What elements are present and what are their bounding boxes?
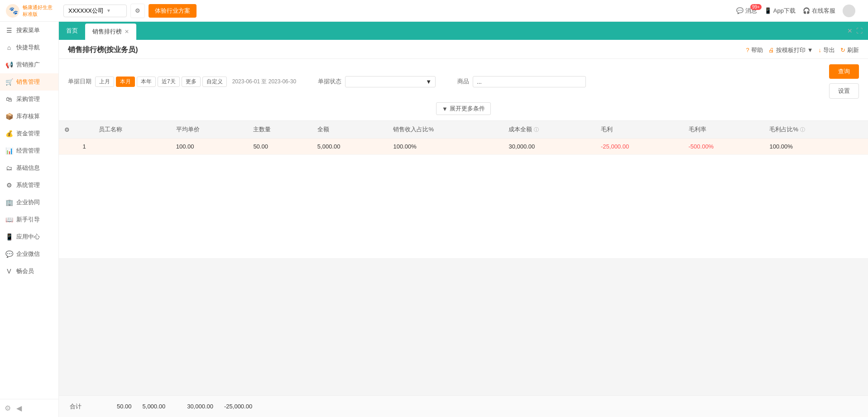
col-avg-price: 平均单价 xyxy=(171,121,248,139)
status-select[interactable]: ▼ xyxy=(345,76,436,87)
tab-close-icon[interactable]: ✕ xyxy=(125,29,129,35)
message-button[interactable]: 💬 消息 99+ xyxy=(736,7,757,15)
sidebar-icon-purchase-mgmt: 🛍 xyxy=(5,96,13,103)
row-rank: 1 xyxy=(75,139,93,155)
table-body: 1 100.00 50.00 5,000.00 100.00% 30,000.0… xyxy=(59,139,868,155)
sidebar-bottom: ⚙ ◀ xyxy=(0,399,58,417)
tab-sales-ranking[interactable]: 销售排行榜 ✕ xyxy=(85,24,136,40)
page-header: 销售排行榜(按业务员) ? 帮助 🖨 按模板打印 ▼ ↓ 导出 xyxy=(59,40,868,59)
status-filter: 单据状态 ▼ xyxy=(318,76,436,87)
sidebar-icon-finance: 💰 xyxy=(5,130,13,137)
sidebar-item-quick-nav[interactable]: ⌂ 快捷导航 xyxy=(0,39,58,56)
message-badge: 99+ xyxy=(750,4,762,10)
footer-amount: 5,000.00 xyxy=(137,400,171,412)
tab-home[interactable]: 首页 xyxy=(59,22,85,40)
query-button[interactable]: 查询 xyxy=(829,64,859,79)
table-container: ⚙ 员工名称 平均单价 主数量 全额 销售收入占比% 成本全额 ⓘ 毛利 毛利率 xyxy=(59,121,868,258)
trial-button[interactable]: 体验行业方案 xyxy=(149,4,197,18)
date-filter: 单据日期 上月 本月 本年 近7天 更多 自定义 2023-06-01 至 20… xyxy=(68,77,296,87)
row-cost: 30,000.00 xyxy=(503,139,595,155)
cost-help-icon[interactable]: ⓘ xyxy=(534,127,539,132)
footer-sales-pct xyxy=(171,404,182,409)
date-btn-more[interactable]: 更多 xyxy=(182,77,201,87)
sidebar-item-search-orders[interactable]: ☰ 搜索菜单 xyxy=(0,22,58,39)
sidebar-item-system-mgmt[interactable]: ⚙ 系统管理 xyxy=(0,177,58,194)
window-close-icon[interactable]: ✕ xyxy=(847,27,853,34)
footer-label: 合计 xyxy=(64,403,101,411)
sidebar-item-operations[interactable]: 📊 经营管理 xyxy=(0,142,58,159)
avatar[interactable] xyxy=(843,5,855,17)
sidebar-label-inventory: 库存核算 xyxy=(16,112,40,120)
sidebar-item-purchase-mgmt[interactable]: 🛍 采购管理 xyxy=(0,91,58,108)
tab-bar: 首页 销售排行榜 ✕ ✕ ⛶ xyxy=(59,22,868,40)
company-selector[interactable]: XXXXXX公司 ▼ xyxy=(63,5,127,17)
expand-icon: ▼ xyxy=(442,105,448,112)
sidebar-label-basic-info: 基础信息 xyxy=(16,164,40,172)
sidebar-item-wechat[interactable]: 💬 企业微信 xyxy=(0,245,58,263)
col-profit: 毛利 xyxy=(595,121,683,139)
goods-more-icon: ... xyxy=(477,78,482,85)
table-settings-button[interactable]: 设置 xyxy=(829,83,859,99)
message-icon: 💬 xyxy=(736,7,743,14)
col-sales-pct: 销售收入占比% xyxy=(388,121,503,139)
online-service-button[interactable]: 🎧 在线客服 xyxy=(803,7,835,15)
goods-select[interactable]: ... xyxy=(473,76,586,87)
date-btn-this-month[interactable]: 本月 xyxy=(116,77,135,87)
date-btn-custom[interactable]: 自定义 xyxy=(202,77,227,87)
profit-pct-help-icon[interactable]: ⓘ xyxy=(800,127,805,132)
print-button[interactable]: 🖨 按模板打印 ▼ xyxy=(768,46,813,54)
sidebar-icon-marketing: 📢 xyxy=(5,61,13,68)
page-title: 销售排行榜(按业务员) xyxy=(68,45,138,55)
sidebar-collapse-icon[interactable]: ◀ xyxy=(16,404,22,412)
sidebar-item-inventory[interactable]: 📦 库存核算 xyxy=(0,108,58,125)
sidebar-settings-icon[interactable]: ⚙ xyxy=(5,404,11,412)
sidebar-label-system-mgmt: 系统管理 xyxy=(16,181,40,189)
sidebar-icon-wechat: 💬 xyxy=(5,250,13,258)
top-right-area: 💬 消息 99+ 📱 App下载 🎧 在线客服 xyxy=(736,5,863,17)
sidebar-label-search-orders: 搜索菜单 xyxy=(16,26,40,34)
app-download-button[interactable]: 📱 App下载 xyxy=(764,7,796,15)
filter-area: 单据日期 上月 本月 本年 近7天 更多 自定义 2023-06-01 至 20… xyxy=(59,59,868,121)
row-profit-rate: -500.00% xyxy=(683,139,764,155)
col-profit-rate: 毛利率 xyxy=(683,121,764,139)
col-name: 员工名称 xyxy=(93,121,171,139)
goods-label: 商品 xyxy=(457,77,469,86)
window-maximize-icon[interactable]: ⛶ xyxy=(856,27,863,34)
date-btn-last-month[interactable]: 上月 xyxy=(95,77,114,87)
sidebar-icon-quick-nav: ⌂ xyxy=(5,44,13,51)
logo: 🐾 畅康通好生意 标准版 xyxy=(5,4,60,18)
row-name xyxy=(93,139,171,155)
row-profit-pct: 100.00% xyxy=(764,139,868,155)
sidebar-icon-enterprise: 🏢 xyxy=(5,199,13,206)
chevron-down-icon: ▼ xyxy=(106,8,111,13)
sidebar-item-basic-info[interactable]: 🗂 基础信息 xyxy=(0,159,58,177)
date-label: 单据日期 xyxy=(68,77,91,86)
col-cost: 成本全额 ⓘ xyxy=(503,121,595,139)
col-settings[interactable]: ⚙ xyxy=(59,121,75,139)
expand-conditions-button[interactable]: ▼ 展开更多条件 xyxy=(436,102,491,115)
sidebar-item-enterprise[interactable]: 🏢 企业协同 xyxy=(0,194,58,211)
sidebar-icon-beginner: 📖 xyxy=(5,216,13,223)
row-amount: 5,000.00 xyxy=(312,139,388,155)
sidebar-label-purchase-mgmt: 采购管理 xyxy=(16,95,40,103)
refresh-button[interactable]: ↻ 刷新 xyxy=(840,46,859,54)
content-area: 首页 销售排行榜 ✕ ✕ ⛶ 销售排行榜(按业务员) ? 帮助 xyxy=(59,22,868,417)
date-btn-this-year[interactable]: 本年 xyxy=(137,77,156,87)
help-button[interactable]: ? 帮助 xyxy=(746,46,762,54)
logo-icon: 🐾 xyxy=(5,4,20,18)
print-icon: 🖨 xyxy=(768,47,774,53)
sidebar-item-vip[interactable]: V 畅会员 xyxy=(0,263,58,280)
footer-cost: 30,000.00 xyxy=(182,400,219,412)
date-btn-7days[interactable]: 近7天 xyxy=(158,77,180,87)
sidebar-icon-search-orders: ☰ xyxy=(5,27,13,34)
row-avg-price: 100.00 xyxy=(171,139,248,155)
sidebar-item-beginner[interactable]: 📖 新手引导 xyxy=(0,211,58,228)
sidebar-item-sales-mgmt[interactable]: 🛒 销售管理 xyxy=(0,73,58,91)
settings-icon-btn[interactable]: ⚙ xyxy=(130,4,145,18)
export-button[interactable]: ↓ 导出 xyxy=(819,46,835,54)
row-profit: -25,000.00 xyxy=(595,139,683,155)
sidebar-item-finance[interactable]: 💰 资金管理 xyxy=(0,125,58,142)
sidebar-item-marketing[interactable]: 📢 营销推广 xyxy=(0,56,58,73)
empty-space xyxy=(59,258,868,395)
sidebar-item-app-center[interactable]: 📱 应用中心 xyxy=(0,228,58,245)
